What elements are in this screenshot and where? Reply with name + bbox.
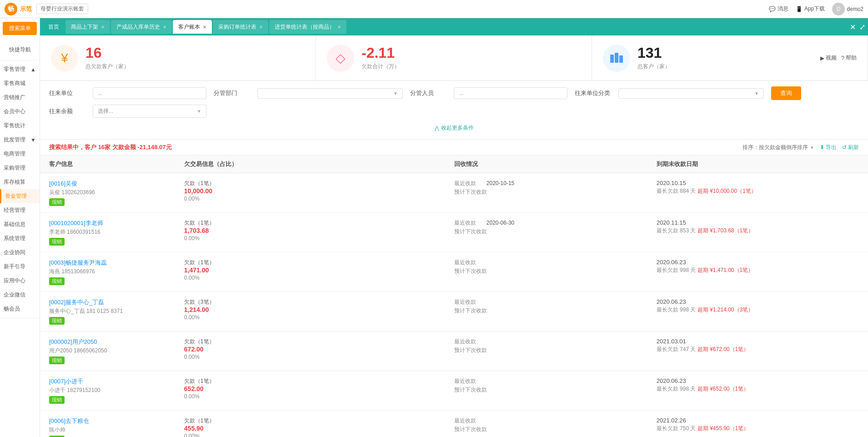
debt-percent-0: 0.00% [184, 196, 454, 202]
customer-name-2[interactable]: [0003]畅捷服务尹海蕊 [49, 259, 184, 267]
customer-name-0[interactable]: [0016]吴俊 [49, 180, 184, 188]
customer-name-4[interactable]: [000002]用户2050 [49, 338, 184, 346]
filter-input-balance[interactable]: 选择... ▼ [93, 105, 206, 118]
recovery-info-2: 最近收款 预计下次收款 [454, 259, 657, 275]
sidebar-item-batch-mgmt[interactable]: 批发管理 ▼ [0, 133, 40, 147]
debt-total-value: -2.11 [361, 45, 400, 60]
debt-info-5: 欠款（1笔） 652.00 0.00% [184, 377, 454, 400]
debt-amount-2[interactable]: 1,471.00 [184, 266, 454, 274]
tab-customer-account[interactable]: 客户账本 ✕ [173, 20, 212, 34]
debt-amount-0[interactable]: 10,000.00 [184, 187, 454, 195]
recovery-label-2: 最近收款 [454, 259, 657, 266]
customer-name-6[interactable]: [0006]去下粮仓 [49, 417, 184, 425]
customer-tag-3: 现销 [49, 317, 65, 325]
table-row: [0016]吴俊 吴俊 13026203696 现销 欠款（1笔） 10,000… [40, 173, 868, 213]
sidebar-item-basic-info[interactable]: 基础信息 [0, 217, 40, 231]
sidebar-item-operations[interactable]: 经营管理 [0, 203, 40, 217]
tab-production-history[interactable]: 产成品入库单历史 ✕ [111, 20, 172, 34]
filter-collapse-btn[interactable]: ⋀ 收起更多条件 [435, 124, 474, 132]
sidebar-item-app-center[interactable]: 应用中心 [0, 274, 40, 288]
table-row: [0007]小进千 小进千 18279152100 现销 欠款（1笔） 652.… [40, 371, 868, 411]
search-btn[interactable]: 查询 [771, 86, 801, 100]
sidebar-item-member-center[interactable]: 会员中心 [0, 105, 40, 119]
tab-incoming-stat[interactable]: 进货单统计表（按商品） ✕ [269, 20, 346, 34]
sidebar-item-quick-nav[interactable]: 快捷导航 [0, 41, 40, 57]
tab-customer-account-label: 客户账本 [178, 23, 200, 31]
overdue-amount-3[interactable]: 超期 ¥1,214.00（3笔） [697, 306, 753, 313]
sidebar-item-enterprise-wechat[interactable]: 企业微信 [0, 288, 40, 302]
due-date-6: 2021.02.26 [657, 417, 859, 424]
debt-info-2: 欠款（1笔） 1,471.00 0.00% [184, 259, 454, 281]
result-amount: -21,148.07元 [137, 144, 171, 151]
result-prefix: 搜索结果中，客户 [49, 144, 96, 151]
tab-purchase-stat[interactable]: 采购订单统计表 ✕ [213, 20, 268, 34]
filter-input-category[interactable]: ▼ [618, 88, 764, 99]
tab-product-manage-close[interactable]: ✕ [101, 25, 105, 30]
quick-nav-section: 快捷导航 [0, 39, 40, 60]
help-btn[interactable]: ? 帮助 [841, 54, 857, 62]
sidebar-item-system-mgmt[interactable]: 系统管理 [0, 231, 40, 246]
debt-amount-4[interactable]: 672.00 [184, 346, 454, 353]
customer-info-2: [0003]畅捷服务尹海蕊 海燕 18513066976 现销 [49, 259, 184, 285]
debt-amount-3[interactable]: 1,214.00 [184, 306, 454, 313]
debt-percent-4: 0.00% [184, 354, 454, 360]
debt-amount-5[interactable]: 652.00 [184, 385, 454, 392]
overdue-amount-5[interactable]: 超期 ¥652.00（1笔） [697, 386, 749, 392]
filter-row-2: 往来余额 选择... ▼ [49, 105, 859, 118]
sidebar-item-enterprise-collab[interactable]: 企业协同 [0, 246, 40, 260]
export-btn[interactable]: ⬇ 导出 [820, 144, 837, 151]
top-bar-left: 畅 示范 母婴行业演示账套 [5, 3, 88, 15]
tab-expand-icon[interactable]: ⤢ [859, 23, 865, 31]
debt-amount-1[interactable]: 1,703.68 [184, 227, 454, 234]
sidebar-item-ecommerce[interactable]: 电商管理 [0, 147, 40, 161]
customer-name-3[interactable]: [0002]服务中心_丁磊 [49, 298, 184, 306]
due-date-2: 2020.06.23 [657, 259, 859, 266]
user-profile-btn[interactable]: D demo2 [832, 3, 863, 15]
sidebar-item-retail-mall[interactable]: 零售商城 [0, 76, 40, 90]
overdue-amount-1[interactable]: 超期 ¥1,703.68（1笔） [697, 227, 753, 234]
sidebar-item-capital-mgmt[interactable]: 资金管理 [0, 189, 40, 203]
sidebar-item-retail-mgmt[interactable]: 零售管理 ▲ [0, 62, 40, 76]
tab-production-history-close[interactable]: ✕ [163, 25, 166, 30]
page-content: ¥ 16 总欠款客户（家） ◇ -2.11 欠款合计（万） [40, 35, 868, 437]
overdue-amount-0[interactable]: 超期 ¥10,000.00（1笔） [697, 188, 757, 194]
debt-amount-6[interactable]: 455.90 [184, 425, 454, 432]
recovery-label-3: 最近收款 [454, 298, 657, 306]
overdue-amount-6[interactable]: 超期 ¥455.90（1笔） [697, 425, 749, 432]
customer-name-1[interactable]: [0001020001]李老师 [49, 219, 184, 227]
message-btn[interactable]: 💬 消息 [769, 5, 788, 13]
logo-char: 畅 [8, 5, 14, 13]
app-download-btn[interactable]: 📱 App下载 [796, 5, 825, 13]
tab-purchase-stat-close[interactable]: ✕ [259, 25, 263, 30]
overdue-amount-4[interactable]: 超期 ¥672.00（1笔） [697, 346, 749, 352]
refresh-btn[interactable]: ↺ 刷新 [842, 144, 859, 151]
overdue-amount-2[interactable]: 超期 ¥1,471.00（1笔） [697, 267, 753, 273]
tab-incoming-stat-close[interactable]: ✕ [337, 25, 341, 30]
tab-purchase-stat-label: 采购订单统计表 [218, 23, 256, 31]
filter-input-dept[interactable]: ▼ [257, 88, 403, 99]
result-sort[interactable]: 排序：按欠款金额倒序排序 ▼ [743, 144, 814, 151]
main-layout: 搜索菜单 快捷导航 零售管理 ▲ 零售商城 营销推广 会员中 [0, 18, 868, 437]
filter-input-person[interactable]: ... [454, 87, 567, 99]
tab-home[interactable]: 首页 [43, 20, 65, 34]
new-guide-label: 新手引导 [4, 263, 25, 271]
sidebar-item-purchase-mgmt[interactable]: 采购管理 [0, 161, 40, 175]
filter-input-unit[interactable]: ... [93, 87, 206, 99]
chevron-down-icon: ▲ [30, 66, 36, 73]
sidebar-item-retail-stat[interactable]: 零售统计 [0, 119, 40, 133]
chevron-down-icon-dept: ▼ [393, 91, 398, 96]
sidebar-item-inventory[interactable]: 库存核算 [0, 175, 40, 189]
tab-product-manage[interactable]: 商品上下架 ✕ [65, 20, 110, 34]
sidebar-item-vip-member[interactable]: 畅会员 [0, 302, 40, 316]
tab-incoming-stat-label: 进货单统计表（按商品） [275, 23, 335, 31]
sidebar-item-new-guide[interactable]: 新手引导 [0, 260, 40, 274]
tab-customer-account-close[interactable]: ✕ [203, 25, 206, 30]
tab-collapse-icon[interactable]: ✕ [850, 23, 856, 31]
industry-label[interactable]: 母婴行业演示账套 [36, 4, 88, 14]
search-menu-btn[interactable]: 搜索菜单 [3, 22, 37, 35]
sidebar-item-marketing[interactable]: 营销推广 [0, 90, 40, 105]
filter-label-balance: 往来余额 [49, 107, 85, 116]
video-btn[interactable]: ▶ 视频 [820, 54, 837, 62]
customer-name-5[interactable]: [0007]小进千 [49, 377, 184, 386]
recovery-next-1: 预计下次收款 [454, 228, 657, 236]
